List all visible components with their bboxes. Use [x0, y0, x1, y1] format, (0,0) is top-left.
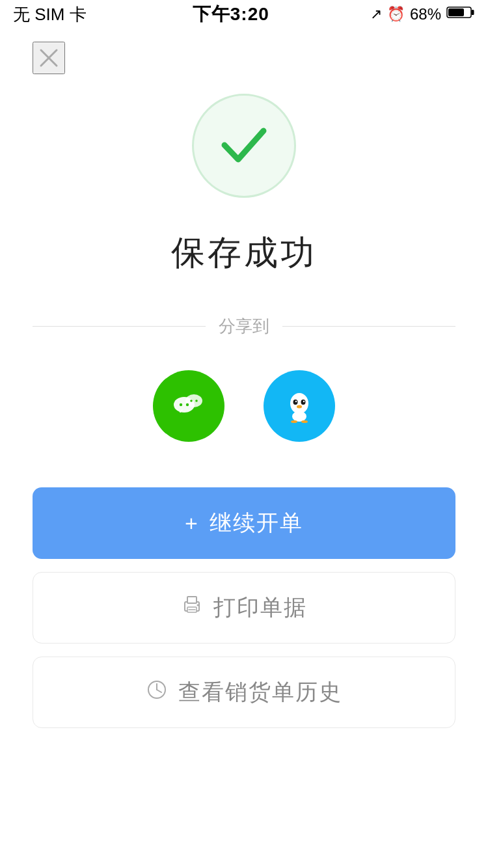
- share-icons-row: [153, 370, 335, 442]
- success-indicator: [192, 94, 296, 198]
- print-label: 打印单据: [213, 593, 307, 623]
- svg-point-19: [301, 420, 308, 423]
- success-title: 保存成功: [171, 230, 317, 276]
- svg-point-13: [301, 400, 306, 405]
- svg-point-17: [292, 411, 306, 422]
- location-icon: ↗: [370, 6, 382, 23]
- share-divider: 分享到: [33, 315, 455, 338]
- svg-rect-1: [471, 10, 474, 15]
- alarm-icon: ⏰: [387, 6, 405, 23]
- divider-line-right: [282, 326, 455, 327]
- battery-icon: [446, 5, 475, 23]
- clock-icon: [146, 679, 168, 706]
- status-left: 无 SIM 卡: [13, 3, 92, 26]
- svg-point-8: [186, 403, 189, 406]
- history-button[interactable]: 查看销货单历史: [33, 657, 455, 728]
- share-wechat-button[interactable]: [153, 370, 224, 442]
- action-buttons: + 继续开单 打印单据: [33, 487, 455, 728]
- continue-button[interactable]: + 继续开单: [33, 487, 455, 559]
- battery-percent: 68%: [410, 5, 441, 23]
- continue-label: 继续开单: [210, 508, 303, 538]
- close-button[interactable]: [33, 42, 65, 74]
- svg-rect-21: [187, 597, 197, 603]
- status-bar: 无 SIM 卡 下午3:20 ↗ ⏰ 68%: [0, 0, 488, 29]
- svg-point-9: [190, 400, 193, 402]
- status-time: 下午3:20: [193, 2, 269, 27]
- share-qq-button[interactable]: [264, 370, 335, 442]
- checkmark-icon: [215, 115, 273, 176]
- svg-point-10: [195, 400, 198, 402]
- print-icon: [181, 594, 203, 621]
- share-label: 分享到: [219, 315, 269, 338]
- svg-point-7: [180, 403, 182, 406]
- svg-point-14: [295, 401, 297, 402]
- plus-icon: +: [185, 511, 199, 536]
- history-label: 查看销货单历史: [178, 677, 342, 707]
- svg-point-18: [291, 420, 297, 423]
- svg-point-24: [197, 604, 199, 606]
- svg-point-15: [303, 401, 305, 402]
- svg-point-11: [290, 393, 308, 414]
- svg-point-12: [293, 400, 298, 405]
- no-sim-label: 无 SIM 卡: [13, 3, 87, 26]
- divider-line-left: [33, 326, 206, 327]
- main-content: 保存成功 分享到: [0, 29, 488, 868]
- svg-line-27: [157, 690, 161, 692]
- print-button[interactable]: 打印单据: [33, 572, 455, 644]
- status-right: ↗ ⏰ 68%: [370, 5, 475, 23]
- svg-point-16: [297, 405, 302, 409]
- svg-rect-2: [448, 8, 464, 16]
